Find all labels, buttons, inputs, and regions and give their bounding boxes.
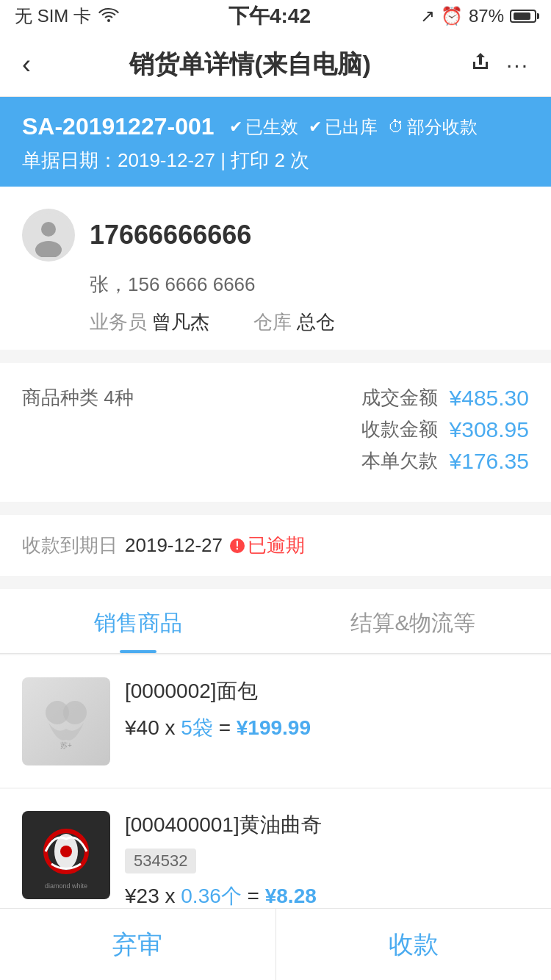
debt-amount-row: 本单欠款 ¥176.35 bbox=[361, 448, 529, 474]
product-kinds-label: 商品种类 bbox=[22, 386, 98, 408]
product-total-1: ¥199.99 bbox=[237, 716, 311, 739]
status-partial-payment: ⏱ 部分收款 bbox=[388, 115, 478, 139]
received-value: ¥308.95 bbox=[450, 417, 529, 442]
status-left: 无 SIM 卡 bbox=[15, 4, 119, 28]
carrier-text: 无 SIM 卡 bbox=[15, 4, 91, 28]
customer-name-phone: 张，156 6666 6666 bbox=[22, 272, 529, 298]
product-qty-2: 0.36个 bbox=[181, 884, 242, 907]
status-time: 下午4:42 bbox=[228, 2, 311, 30]
order-status-tags: ✔ 已生效 ✔ 已出库 ⏱ 部分收款 bbox=[229, 115, 478, 139]
product-name-1: [0000002]面包 bbox=[125, 677, 529, 705]
tabs-section: 销售商品 结算&物流等 bbox=[0, 589, 551, 654]
customer-meta: 业务员 曾凡杰 仓库 总仓 bbox=[22, 309, 529, 335]
product-kinds-value: 4种 bbox=[104, 386, 133, 408]
customer-phone: 17666666666 bbox=[90, 220, 251, 251]
product-price-1: ¥40 x 5袋 = ¥199.99 bbox=[125, 714, 529, 742]
svg-point-1 bbox=[41, 222, 56, 237]
location-icon: ↗ bbox=[420, 6, 435, 26]
deal-amount-value: ¥485.30 bbox=[450, 386, 529, 411]
status-right: ↗ ⏰ 87% bbox=[420, 6, 536, 26]
nav-actions: ··· bbox=[469, 51, 529, 78]
back-button[interactable]: ‹ bbox=[22, 49, 31, 80]
overdue-date: 2019-12-27 bbox=[125, 534, 223, 557]
collect-payment-button[interactable]: 收款 bbox=[276, 909, 552, 980]
nav-bar: ‹ 销货单详情(来自电脑) ··· bbox=[0, 32, 551, 97]
order-id: SA-20191227-001 bbox=[22, 113, 215, 140]
summary-right: 成交金额 ¥485.30 收款金额 ¥308.95 本单欠款 ¥176.35 bbox=[361, 385, 529, 480]
page-title: 销货单详情(来自电脑) bbox=[129, 48, 371, 82]
summary-left: 商品种类 4种 bbox=[22, 385, 134, 480]
product-info-2: [000400001]黄油曲奇 534532 ¥23 x 0.36个 = ¥8.… bbox=[125, 811, 529, 910]
debt-value: ¥176.35 bbox=[450, 449, 529, 474]
product-item: 苏+ [0000002]面包 ¥40 x 5袋 = ¥199.99 bbox=[0, 655, 551, 788]
divider-1 bbox=[0, 351, 551, 363]
svg-point-9 bbox=[60, 846, 72, 857]
tab-products[interactable]: 销售商品 bbox=[0, 589, 276, 653]
status-effective: ✔ 已生效 bbox=[229, 115, 298, 139]
overdue-badge: ! 已逾期 bbox=[230, 533, 305, 558]
customer-section: 17666666666 张，156 6666 6666 业务员 曾凡杰 仓库 总… bbox=[0, 187, 551, 350]
product-thumb-1: 苏+ bbox=[22, 677, 110, 765]
overdue-label: 收款到期日 bbox=[22, 533, 118, 558]
product-name-2: [000400001]黄油曲奇 bbox=[125, 811, 529, 839]
check-icon-2: ✔ bbox=[309, 118, 322, 137]
clock-icon: ⏱ bbox=[388, 118, 404, 137]
overdue-section: 收款到期日 2019-12-27 ! 已逾期 bbox=[0, 515, 551, 576]
divider-3 bbox=[0, 577, 551, 589]
product-sku-2: 534532 bbox=[125, 849, 196, 873]
deal-amount-row: 成交金额 ¥485.30 bbox=[361, 385, 529, 411]
more-button[interactable]: ··· bbox=[506, 52, 529, 77]
product-price-2: ¥23 x 0.36个 = ¥8.28 bbox=[125, 882, 529, 910]
tab-settlement[interactable]: 结算&物流等 bbox=[276, 589, 551, 653]
overdue-warning-icon: ! bbox=[230, 538, 245, 553]
debt-label: 本单欠款 bbox=[361, 448, 438, 474]
check-icon-1: ✔ bbox=[229, 118, 242, 137]
product-total-2: ¥8.28 bbox=[265, 884, 317, 907]
battery-text: 87% bbox=[469, 6, 504, 26]
product-info-1: [0000002]面包 ¥40 x 5袋 = ¥199.99 bbox=[125, 677, 529, 742]
products-list: 苏+ [0000002]面包 ¥40 x 5袋 = ¥199.99 bbox=[0, 655, 551, 932]
order-date: 单据日期：2019-12-27 | 打印 2 次 bbox=[22, 148, 529, 173]
sales-field: 业务员 曾凡杰 bbox=[90, 309, 209, 335]
bottom-bar: 弃审 收款 bbox=[0, 908, 551, 980]
order-header-banner: SA-20191227-001 ✔ 已生效 ✔ 已出库 ⏱ 部分收款 单据日期：… bbox=[0, 97, 551, 187]
wifi-icon bbox=[98, 6, 119, 26]
deal-amount-label: 成交金额 bbox=[361, 385, 438, 411]
summary-section: 商品种类 4种 成交金额 ¥485.30 收款金额 ¥308.95 本单欠款 ¥… bbox=[0, 363, 551, 502]
received-amount-row: 收款金额 ¥308.95 bbox=[361, 417, 529, 442]
svg-text:苏+: 苏+ bbox=[60, 741, 72, 749]
warehouse-field: 仓库 总仓 bbox=[253, 309, 335, 335]
divider-2 bbox=[0, 503, 551, 515]
alarm-icon: ⏰ bbox=[441, 6, 463, 26]
status-bar: 无 SIM 卡 下午4:42 ↗ ⏰ 87% bbox=[0, 0, 551, 32]
status-shipped: ✔ 已出库 bbox=[309, 115, 378, 139]
battery-icon bbox=[510, 10, 536, 23]
svg-point-4 bbox=[63, 701, 87, 724]
share-button[interactable] bbox=[469, 51, 491, 78]
svg-text:diamond white: diamond white bbox=[45, 882, 87, 890]
customer-avatar bbox=[22, 209, 75, 262]
overdue-badge-text: 已逾期 bbox=[248, 533, 305, 558]
product-thumb-2: diamond white bbox=[22, 811, 110, 899]
reject-button[interactable]: 弃审 bbox=[0, 909, 276, 980]
received-label: 收款金额 bbox=[361, 417, 438, 442]
product-kinds-row: 商品种类 4种 bbox=[22, 385, 134, 411]
product-qty-1: 5袋 bbox=[181, 716, 213, 739]
